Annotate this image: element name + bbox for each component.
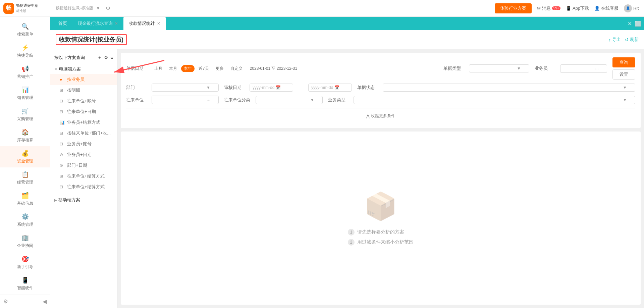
- sidebar-item-purchase[interactable]: 🛒 采购管理: [0, 104, 50, 125]
- sidebar-item-marketing[interactable]: 📢 营销推广: [0, 62, 50, 83]
- scheme-item-label: 业务员+账号: [67, 141, 92, 147]
- partner-select[interactable]: ···: [152, 96, 219, 104]
- review-date-to-input[interactable]: yyyy-mm-dd 📅: [308, 84, 352, 92]
- logo-area: 畅 畅捷通好生意 标准版: [0, 0, 50, 17]
- calendar-icon[interactable]: 📅: [334, 85, 339, 90]
- scheme-item-salesman-date[interactable]: ⊙ 业务员+日期: [50, 149, 117, 160]
- scheme-settings-icon[interactable]: ⚙: [104, 55, 108, 61]
- sidebar-item-enterprise[interactable]: 🏢 企业协同: [0, 231, 50, 252]
- export-button[interactable]: ↑ 导出: [609, 37, 621, 43]
- scheme-item-partner-payment1[interactable]: ⊞ 往来单位+结算方式: [50, 171, 117, 182]
- date-tab-this-year[interactable]: 本年: [181, 65, 195, 72]
- sidebar-item-sales[interactable]: 📊 销售管理: [0, 83, 50, 104]
- mobile-scheme-title[interactable]: ▶ 移动端方案: [50, 195, 117, 205]
- add-scheme-icon[interactable]: ＋: [97, 55, 102, 61]
- tab-close-window-icon[interactable]: ✕: [628, 20, 632, 27]
- scheme-item-salesman[interactable]: ● 按业务员: [50, 74, 117, 85]
- scheme-item-label: 业务员+日期: [67, 152, 92, 158]
- breadcrumb: 畅捷通好生意-标准版: [56, 5, 93, 11]
- tab-close-icon[interactable]: ✕: [157, 21, 160, 26]
- refresh-button[interactable]: ↺ 刷新: [625, 37, 639, 43]
- top-header: 畅捷通好生意-标准版 ▼ ⚙ 体验行业方案 ✉ 消息 99+ 📱 App下载 👤…: [50, 0, 644, 17]
- sidebar-item-system[interactable]: ⚙️ 系统管理: [0, 210, 50, 231]
- scheme-item-icon: ⊟: [60, 142, 65, 146]
- scheme-item-salesman-payment[interactable]: 📊 业务员+结算方式: [50, 117, 117, 128]
- dept-select[interactable]: ▼: [152, 84, 219, 92]
- more-options-icon[interactable]: ···: [207, 97, 210, 102]
- tab-bar: 首页 现金银行流水查询 ✕ 收款情况统计 ✕ ✕ ⬜: [50, 17, 644, 30]
- scheme-item-label: 往来单位+账号: [67, 98, 96, 104]
- breadcrumb-dropdown-icon[interactable]: ▼: [96, 6, 100, 11]
- sidebar-item-operation[interactable]: 📋 经营管理: [0, 167, 50, 189]
- refresh-label: 刷新: [630, 37, 639, 43]
- date-tab-7days[interactable]: 近7天: [196, 65, 212, 72]
- scheme-item-partner-dept[interactable]: ⊟ 按往来单位+部门+收...: [50, 128, 117, 139]
- query-button[interactable]: 查询: [612, 57, 635, 67]
- expand-arrow-icon: ▶: [54, 198, 57, 202]
- online-service-button[interactable]: 👤 在线客服: [594, 5, 619, 11]
- scheme-item-dept-date[interactable]: ⊙ 部门+日期: [50, 160, 117, 171]
- sidebar-item-search-menu[interactable]: 🔍 搜索菜单: [0, 19, 50, 41]
- biz-type-select[interactable]: ▼: [354, 96, 635, 104]
- date-label: 单据日期: [126, 65, 146, 71]
- tab-maximize-icon[interactable]: ⬜: [635, 20, 641, 27]
- tab-receipt-stats[interactable]: 收款情况统计 ✕: [123, 17, 166, 30]
- scheme-item-partner-payment2[interactable]: ⊟ 往来单位+结算方式: [50, 182, 117, 192]
- settings-footer-icon[interactable]: ⚙: [3, 298, 8, 305]
- set-button[interactable]: 设置: [612, 69, 635, 80]
- filter-row-3: 往来单位 ··· 往来单位分类 ▼ 业务类型 ▼: [126, 96, 635, 104]
- sidebar-item-inventory[interactable]: 🏠 库存核算: [0, 125, 50, 146]
- pc-scheme-title[interactable]: ▼ 电脑端方案: [50, 64, 117, 74]
- scheme-item-detail[interactable]: ⊞ 按明细: [50, 85, 117, 96]
- sidebar-item-quick-nav[interactable]: ⚡ 快捷导航: [0, 41, 50, 62]
- online-service-icon: 👤: [594, 6, 600, 11]
- sidebar-item-hardware[interactable]: 📱 智能硬件: [0, 273, 50, 294]
- review-date-from-input[interactable]: yyyy-mm-dd 📅: [250, 84, 293, 92]
- review-date-from: yyyy-mm-dd: [253, 85, 274, 90]
- scheme-item-partner-date[interactable]: ⊟ 往来单位+日期: [50, 106, 117, 117]
- scheme-item-partner-account[interactable]: ⊟ 往来单位+账号: [50, 96, 117, 106]
- scheme-item-icon: ⊟: [60, 99, 65, 103]
- user-profile[interactable]: 👤 Rit: [624, 4, 639, 12]
- scheme-item-label: 往来单位+日期: [67, 109, 96, 115]
- sidebar-item-label: 企业协同: [17, 243, 33, 249]
- scheme-item-label: 按往来单位+部门+收...: [67, 130, 111, 136]
- message-label: 消息: [542, 5, 551, 11]
- calendar-icon[interactable]: 📅: [276, 85, 281, 90]
- collapse-panel-icon[interactable]: «: [110, 55, 113, 61]
- doc-type-label: 单据类型: [443, 65, 464, 71]
- salesman-select[interactable]: ···: [560, 64, 607, 73]
- date-tab-last-month[interactable]: 上月: [152, 65, 165, 72]
- collapse-sidebar-icon[interactable]: ◀: [43, 298, 47, 305]
- scheme-item-salesman-account[interactable]: ⊟ 业务员+账号: [50, 139, 117, 149]
- date-tab-this-month[interactable]: 本月: [166, 65, 180, 72]
- tab-bank-statement[interactable]: 现金银行流水查询 ✕: [72, 17, 123, 30]
- sidebar-item-label: 营销推广: [17, 74, 33, 80]
- header-settings-icon[interactable]: ⚙: [106, 5, 110, 11]
- tab-home[interactable]: 首页: [53, 20, 72, 27]
- trial-button[interactable]: 体验行业方案: [495, 3, 532, 13]
- message-button[interactable]: ✉ 消息 99+: [537, 5, 560, 11]
- tab-close-icon[interactable]: ✕: [115, 21, 118, 26]
- date-filter-control: 上月 本月 本年 近7天 更多 自定义 2023-01-01 至 2023-12…: [152, 65, 438, 72]
- sidebar-item-capital[interactable]: 💰 资金管理: [0, 146, 50, 167]
- sidebar-item-label: 智能硬件: [17, 285, 33, 291]
- doc-status-select[interactable]: ▼: [383, 84, 635, 92]
- collapse-button[interactable]: ⋀ 收起更多条件: [364, 111, 397, 121]
- date-tab-more[interactable]: 更多: [213, 65, 226, 72]
- expand-arrow-icon: ▼: [54, 67, 58, 71]
- scheme-item-icon: ●: [60, 77, 65, 82]
- pc-scheme-group: ▼ 电脑端方案 ● 按业务员 ⊞ 按明细 ⊟ 往来单位+账号: [50, 63, 117, 194]
- app-download-button[interactable]: 📱 App下载: [566, 5, 589, 11]
- sidebar-item-guide[interactable]: 🎯 新手引导: [0, 252, 50, 273]
- collapse-label: 收起更多条件: [371, 113, 395, 119]
- scheme-item-label: 按明细: [67, 87, 80, 93]
- doc-type-select[interactable]: ▼: [469, 64, 529, 72]
- empty-tip-1: 1 请先选择要分析的方案: [348, 229, 414, 236]
- partner-category-select[interactable]: ▼: [256, 96, 323, 104]
- date-tab-custom[interactable]: 自定义: [228, 65, 245, 72]
- tip-num-1: 1: [348, 229, 355, 236]
- sidebar-item-basic[interactable]: 🗂️ 基础信息: [0, 189, 50, 210]
- dept-label: 部门: [126, 85, 146, 91]
- date-range: 2023-01-01 至 2023-12-31: [250, 66, 297, 71]
